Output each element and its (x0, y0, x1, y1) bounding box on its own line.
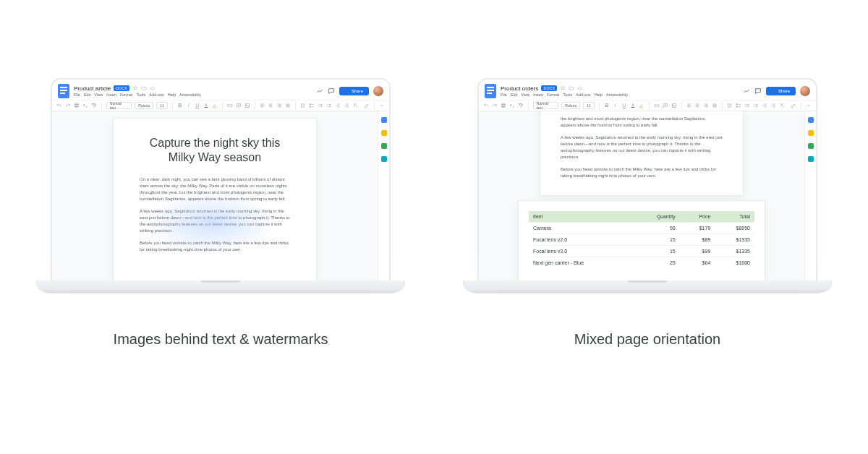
clear-formatting-icon[interactable] (352, 103, 358, 108)
undo-icon[interactable] (56, 103, 62, 108)
share-button[interactable]: Share (339, 87, 369, 95)
account-avatar[interactable] (800, 86, 810, 96)
italic-icon[interactable]: I (186, 103, 192, 108)
indent-increase-icon[interactable] (770, 103, 776, 108)
print-icon[interactable] (501, 103, 506, 108)
comment-icon[interactable] (754, 87, 762, 95)
account-avatar[interactable] (373, 86, 383, 96)
font-select[interactable]: Roboto (561, 102, 580, 109)
paint-format-icon[interactable] (91, 103, 97, 108)
keep-icon[interactable] (381, 130, 387, 136)
checklist-icon[interactable] (309, 103, 315, 108)
bold-icon[interactable]: B (604, 103, 610, 108)
align-right-icon[interactable] (276, 103, 282, 108)
fontsize-select[interactable]: 11 (156, 102, 168, 109)
menu-insert[interactable]: Insert (106, 93, 116, 97)
calendar-icon[interactable] (808, 117, 814, 123)
highlight-icon[interactable] (212, 103, 218, 108)
menu-edit[interactable]: Edit (511, 93, 517, 97)
menu-help[interactable]: Help (168, 93, 176, 97)
calendar-icon[interactable] (381, 117, 387, 123)
insert-image-icon[interactable] (244, 103, 250, 108)
align-right-icon[interactable] (703, 103, 709, 108)
line-spacing-icon[interactable] (727, 103, 733, 108)
align-justify-icon[interactable] (285, 103, 291, 108)
bulleted-list-icon[interactable] (318, 103, 323, 108)
star-icon[interactable] (560, 85, 566, 91)
indent-decrease-icon[interactable] (335, 103, 341, 108)
keep-icon[interactable] (808, 130, 814, 136)
menu-insert[interactable]: Insert (533, 93, 543, 97)
menu-help[interactable]: Help (595, 93, 603, 97)
menu-accessibility[interactable]: Accessibility (606, 93, 628, 97)
insert-link-icon[interactable] (654, 103, 660, 108)
paint-format-icon[interactable] (518, 103, 524, 108)
move-folder-icon[interactable] (141, 85, 147, 91)
contacts-icon[interactable] (808, 156, 814, 162)
document-title[interactable]: Product orders (501, 85, 538, 92)
menu-view[interactable]: View (94, 93, 103, 97)
spellcheck-icon[interactable] (82, 103, 88, 108)
italic-icon[interactable]: I (613, 103, 618, 108)
redo-icon[interactable] (65, 103, 71, 108)
menu-file[interactable]: File (74, 93, 80, 97)
indent-increase-icon[interactable] (344, 103, 349, 108)
menu-format[interactable]: Format (547, 93, 559, 97)
menu-tools[interactable]: Tools (136, 93, 145, 97)
text-color-icon[interactable] (630, 103, 636, 108)
cloud-status-icon[interactable] (577, 85, 583, 91)
document-title[interactable]: Product article (74, 85, 111, 92)
numbered-list-icon[interactable]: 123 (753, 103, 759, 108)
spellcheck-icon[interactable] (509, 103, 515, 108)
editing-mode-icon[interactable] (791, 103, 796, 108)
clear-formatting-icon[interactable] (779, 103, 785, 108)
editing-mode-icon[interactable] (364, 103, 370, 108)
menu-addons[interactable]: Add-ons (149, 93, 164, 97)
chevron-up-icon[interactable] (379, 103, 385, 108)
fontsize-select[interactable]: 11 (583, 102, 595, 109)
contacts-icon[interactable] (381, 156, 387, 162)
menu-accessibility[interactable]: Accessibility (179, 93, 201, 97)
align-left-icon[interactable] (686, 103, 692, 108)
add-comment-icon[interactable] (663, 103, 668, 108)
align-center-icon[interactable] (268, 103, 273, 108)
highlight-icon[interactable] (639, 103, 644, 108)
redo-icon[interactable] (492, 103, 498, 108)
share-button[interactable]: Share (766, 87, 796, 95)
document-canvas[interactable]: the brightest and most photogenic region… (479, 111, 804, 280)
line-spacing-icon[interactable] (300, 103, 306, 108)
star-icon[interactable] (132, 85, 138, 91)
style-select[interactable]: Normal text (533, 102, 558, 109)
menu-tools[interactable]: Tools (563, 93, 572, 97)
menu-format[interactable]: Format (120, 93, 132, 97)
menu-file[interactable]: File (501, 93, 507, 97)
chevron-up-icon[interactable] (806, 103, 812, 108)
trending-icon[interactable] (743, 87, 750, 95)
bold-icon[interactable]: B (177, 103, 183, 108)
numbered-list-icon[interactable]: 123 (326, 103, 332, 108)
align-justify-icon[interactable] (712, 103, 718, 108)
insert-link-icon[interactable] (227, 103, 233, 108)
align-left-icon[interactable] (260, 103, 265, 108)
document-canvas[interactable]: Capture the night sky this Milky Way sea… (52, 111, 378, 280)
menu-view[interactable]: View (521, 93, 529, 97)
tasks-icon[interactable] (381, 143, 387, 149)
align-center-icon[interactable] (694, 103, 700, 108)
checklist-icon[interactable] (736, 103, 741, 108)
underline-icon[interactable]: U (195, 103, 200, 108)
text-color-icon[interactable] (203, 103, 209, 108)
cloud-status-icon[interactable] (150, 85, 156, 91)
tasks-icon[interactable] (808, 143, 814, 149)
bulleted-list-icon[interactable] (744, 103, 750, 108)
insert-image-icon[interactable] (671, 103, 677, 108)
trending-icon[interactable] (316, 87, 323, 95)
comment-icon[interactable] (328, 87, 335, 95)
menu-edit[interactable]: Edit (84, 93, 90, 97)
move-folder-icon[interactable] (569, 85, 574, 91)
print-icon[interactable] (74, 103, 80, 108)
add-comment-icon[interactable] (236, 103, 242, 108)
undo-icon[interactable] (483, 103, 489, 108)
style-select[interactable]: Normal text (106, 102, 132, 109)
underline-icon[interactable]: U (621, 103, 627, 108)
indent-decrease-icon[interactable] (762, 103, 767, 108)
